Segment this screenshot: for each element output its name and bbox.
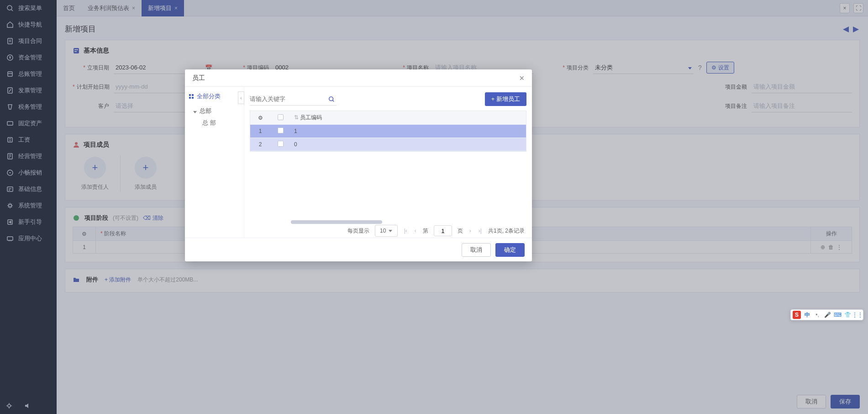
add-employee-button[interactable]: + 新增员工 — [485, 92, 526, 106]
scroll-thumb[interactable] — [291, 220, 382, 224]
svg-rect-20 — [192, 94, 194, 96]
ime-menu-icon[interactable]: ⋮⋮ — [854, 311, 861, 318]
modal-ok-button[interactable]: 确定 — [495, 243, 525, 257]
col-gear[interactable]: ⚙ — [250, 111, 270, 125]
svg-rect-19 — [189, 94, 191, 96]
per-page-label: 每页显示 — [347, 227, 369, 235]
ime-mic-icon[interactable]: 🎤 — [824, 311, 831, 318]
ime-toolbar[interactable]: S 中 •, 🎤 ⌨ 👕 ⋮⋮ — [790, 309, 863, 320]
tree-root-label: 全部分类 — [197, 92, 221, 101]
table-row[interactable]: 1 1 — [250, 125, 526, 138]
modal-cancel-button[interactable]: 取消 — [462, 243, 491, 257]
tree-leaf[interactable]: 总 部 — [189, 117, 240, 129]
grid-icon — [189, 94, 194, 99]
tree-node-label: 总部 — [200, 107, 211, 115]
last-page-button[interactable]: ›| — [478, 228, 483, 234]
ime-logo: S — [793, 311, 801, 319]
ime-lang[interactable]: 中 — [804, 311, 811, 318]
search-icon[interactable] — [326, 96, 337, 102]
modal-title: 员工 — [192, 74, 205, 82]
ime-cloth-icon[interactable]: 👕 — [844, 311, 851, 318]
page-suffix: 页 — [458, 227, 463, 235]
row-index: 1 — [250, 125, 270, 138]
tree-root[interactable]: 全部分类 — [189, 92, 240, 101]
per-page-select[interactable]: 10 — [375, 225, 398, 237]
next-page-button[interactable]: › — [468, 228, 472, 234]
table-area: + 新增员工 ⚙ ⇅ 员工编码 1 — [244, 87, 532, 238]
emp-code-cell: 0 — [290, 138, 526, 151]
category-tree: ‹ 全部分类 总部 总 部 — [185, 87, 244, 238]
tree-node[interactable]: 总部 — [189, 105, 240, 117]
prev-page-button[interactable]: ‹ — [414, 228, 417, 234]
svg-rect-21 — [189, 97, 191, 99]
close-icon[interactable]: ✕ — [519, 74, 525, 82]
row-checkbox[interactable] — [270, 125, 290, 138]
page-prefix: 第 — [423, 227, 428, 235]
page-summary: 共1页, 2条记录 — [488, 227, 525, 235]
employee-table: ⚙ ⇅ 员工编码 1 1 2 — [250, 111, 526, 152]
search-input-wrap — [250, 93, 337, 106]
table-row[interactable]: 2 0 — [250, 138, 526, 151]
row-index: 2 — [250, 138, 270, 151]
page-input[interactable] — [434, 225, 452, 236]
col-checkbox[interactable] — [270, 111, 290, 125]
search-input[interactable] — [250, 93, 326, 105]
ime-keyboard-icon[interactable]: ⌨ — [834, 311, 841, 318]
employee-modal: 员工 ✕ ‹ 全部分类 总部 总 部 — [185, 69, 532, 261]
ime-punct-icon[interactable]: •, — [814, 311, 821, 318]
collapse-tree-button[interactable]: ‹ — [238, 91, 244, 104]
svg-point-23 — [329, 96, 333, 101]
svg-rect-22 — [192, 97, 194, 99]
row-checkbox[interactable] — [270, 138, 290, 151]
first-page-button[interactable]: |‹ — [403, 228, 408, 234]
emp-code-cell: 1 — [290, 125, 526, 138]
caret-down-icon — [193, 108, 197, 115]
col-emp-code[interactable]: ⇅ 员工编码 — [290, 111, 526, 125]
